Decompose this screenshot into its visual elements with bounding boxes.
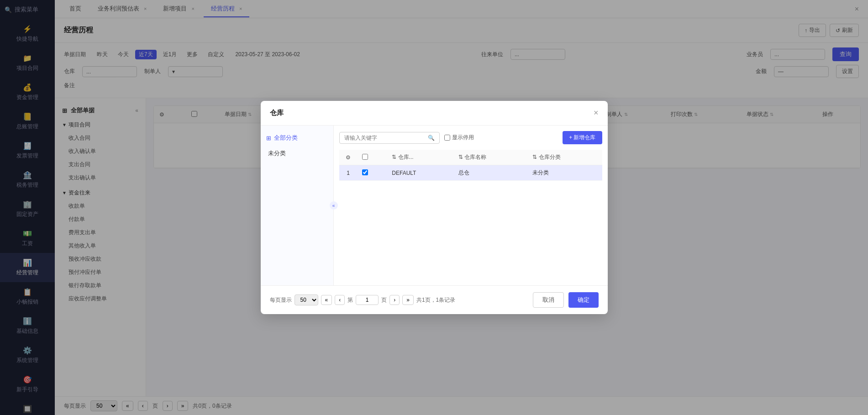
modal-left-toggle-button[interactable]: «	[330, 201, 338, 210]
modal-row-index: 1	[339, 165, 358, 181]
modal-last-page[interactable]: »	[402, 295, 414, 305]
modal-select-all[interactable]	[362, 154, 368, 160]
modal-th-settings: ⚙	[339, 150, 358, 165]
sort-icon-code: ⇅	[392, 154, 396, 160]
modal-overlay: 仓库 × ⊞ 全部分类 未分类 « 🔍	[0, 0, 868, 415]
modal-title: 仓库	[270, 109, 284, 117]
modal-table-row[interactable]: 1 DEFAULT 总仓 未分类	[339, 165, 602, 181]
modal-toolbar: 🔍 显示停用 + 新增仓库	[339, 131, 602, 144]
modal-table-header: ⚙ ⇅ 仓库... ⇅ 仓库名称 ⇅	[339, 150, 602, 165]
modal-left-unclassified[interactable]: 未分类	[261, 146, 333, 161]
modal-search-input[interactable]	[344, 135, 425, 141]
modal-actions: 取消 确定	[533, 292, 599, 308]
modal-th-name[interactable]: ⇅ 仓库名称	[454, 150, 528, 165]
modal-left-unclassified-label: 未分类	[268, 150, 286, 157]
modal-right-panel: 🔍 显示停用 + 新增仓库 ⚙ ⇅	[334, 126, 608, 285]
modal-row-code: DEFAULT	[387, 165, 454, 181]
modal-pagination: 每页显示 50 « ‹ 第 页 › » 共1页，1条记录	[270, 294, 456, 305]
modal-next-page[interactable]: ›	[389, 295, 400, 305]
confirm-button[interactable]: 确定	[568, 292, 599, 308]
modal-th-code[interactable]: ⇅ 仓库...	[387, 150, 454, 165]
modal-left-all-label: 全部分类	[274, 134, 298, 142]
modal-left-panel: ⊞ 全部分类 未分类 «	[261, 126, 334, 285]
modal-search-box[interactable]: 🔍	[339, 132, 440, 144]
modal-row-checkbox[interactable]	[362, 169, 368, 175]
modal-row-checkbox-cell	[358, 165, 388, 181]
modal-first-page[interactable]: «	[321, 295, 332, 305]
modal-body: ⊞ 全部分类 未分类 « 🔍 显示停用	[261, 126, 608, 285]
modal-page-text: 第	[347, 296, 353, 304]
modal-th-category[interactable]: ⇅ 仓库分类	[528, 150, 602, 165]
modal-th-checkbox	[358, 150, 388, 165]
modal-footer: 每页显示 50 « ‹ 第 页 › » 共1页，1条记录 取消 确定	[261, 285, 608, 314]
modal-close-button[interactable]: ×	[594, 108, 599, 118]
modal-page-size-label: 每页显示	[270, 296, 292, 304]
show-disabled-label: 显示停用	[452, 134, 474, 142]
add-warehouse-button[interactable]: + 新增仓库	[563, 131, 602, 144]
modal-left-all[interactable]: ⊞ 全部分类	[261, 130, 333, 146]
search-icon-modal: 🔍	[428, 135, 435, 141]
modal-prev-page[interactable]: ‹	[335, 295, 345, 305]
grid-icon-modal: ⊞	[266, 135, 271, 142]
modal-page-label: 页	[381, 296, 387, 304]
modal-header: 仓库 ×	[261, 101, 608, 126]
sort-icon-name: ⇅	[458, 154, 463, 160]
sort-icon-category: ⇅	[532, 154, 537, 160]
modal-row-name: 总仓	[454, 165, 528, 181]
modal-page-size-select[interactable]: 50	[295, 294, 318, 305]
show-disabled-checkbox-label[interactable]: 显示停用	[444, 134, 474, 142]
modal-page-input[interactable]	[356, 295, 379, 305]
modal-table: ⚙ ⇅ 仓库... ⇅ 仓库名称 ⇅	[339, 150, 602, 181]
gear-icon-modal-th[interactable]: ⚙	[346, 154, 351, 161]
cancel-button[interactable]: 取消	[533, 292, 564, 308]
show-disabled-checkbox[interactable]	[444, 135, 450, 141]
modal-total-label: 共1页，1条记录	[416, 296, 455, 304]
warehouse-modal: 仓库 × ⊞ 全部分类 未分类 « 🔍	[261, 101, 608, 314]
modal-row-category: 未分类	[528, 165, 602, 181]
